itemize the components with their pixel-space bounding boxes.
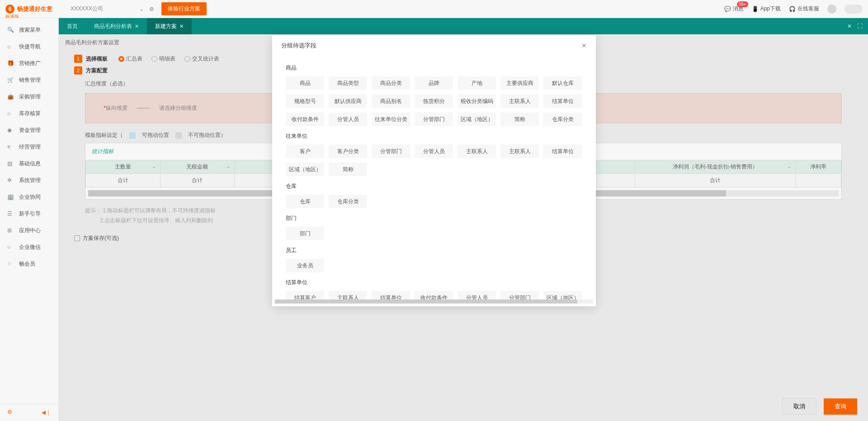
field-chip[interactable]: 税收分类编码 <box>458 94 496 108</box>
close-icon[interactable]: ✕ <box>581 42 587 49</box>
field-chip[interactable]: 简称 <box>329 163 367 176</box>
field-chip[interactable]: 区域（地区） <box>458 112 496 126</box>
field-chip[interactable]: 结算客户 <box>286 291 324 299</box>
field-chip[interactable]: 主联系人 <box>500 145 539 158</box>
field-chips: 客户客户分类分管部门分管人员主联系人主联系人结算单位区域（地区）简称 <box>286 145 587 176</box>
field-chip[interactable]: 往来单位分类 <box>372 112 410 126</box>
modal-header: 分组待选字段 ✕ <box>272 35 596 56</box>
field-group-title: 往来单位 <box>286 132 587 140</box>
field-chip[interactable]: 区域（地区） <box>543 291 582 299</box>
field-chip[interactable]: 商品类型 <box>329 76 367 90</box>
field-chip[interactable]: 商品分类 <box>372 76 410 90</box>
field-chip[interactable]: 结算单位 <box>543 94 582 108</box>
field-chip[interactable]: 主联系人 <box>500 94 539 108</box>
field-chip[interactable]: 简称 <box>500 112 539 126</box>
field-chip[interactable]: 分管部门 <box>415 112 453 126</box>
field-chip[interactable]: 业务员 <box>286 259 324 272</box>
field-group-title: 商品 <box>286 64 587 72</box>
field-chip[interactable]: 商品 <box>286 76 324 90</box>
field-chip[interactable]: 客户分类 <box>329 145 367 158</box>
field-chip[interactable]: 分管人员 <box>329 112 367 126</box>
field-chips: 仓库仓库分类 <box>286 195 587 208</box>
field-chip[interactable]: 仓库分类 <box>329 195 367 208</box>
field-chip[interactable]: 收付款条件 <box>415 291 453 299</box>
field-chip[interactable]: 分管人员 <box>458 291 496 299</box>
field-chip[interactable]: 收付款条件 <box>286 112 324 126</box>
field-chip[interactable]: 结算单位 <box>543 145 582 158</box>
field-chip[interactable]: 分管部门 <box>372 145 410 158</box>
field-chip[interactable]: 默认仓库 <box>543 76 582 90</box>
field-chips: 部门 <box>286 227 587 240</box>
field-group-title: 仓库 <box>286 182 587 190</box>
field-chip[interactable]: 部门 <box>286 227 324 240</box>
modal-title: 分组待选字段 <box>281 42 316 50</box>
field-selector-modal: 分组待选字段 ✕ 商品商品商品类型商品分类品牌产地主要供应商默认仓库规格型号默认… <box>272 35 596 306</box>
modal-horizontal-scrollbar[interactable] <box>275 299 593 304</box>
field-group-title: 员工 <box>286 247 587 254</box>
field-chip[interactable]: 主要供应商 <box>500 76 539 90</box>
field-chip[interactable]: 默认供应商 <box>329 94 367 108</box>
field-chips: 业务员 <box>286 259 587 272</box>
field-group-title: 部门 <box>286 215 587 222</box>
field-chip[interactable]: 区域（地区） <box>286 163 324 176</box>
field-chip[interactable]: 分管人员 <box>415 145 453 158</box>
field-chip[interactable]: 分管部门 <box>500 291 539 299</box>
field-chip[interactable]: 结算单位 <box>372 291 410 299</box>
field-chip[interactable]: 产地 <box>458 76 496 90</box>
field-chip[interactable]: 商品别名 <box>372 94 410 108</box>
field-chip[interactable]: 拣货积分 <box>415 94 453 108</box>
field-chip[interactable]: 客户 <box>286 145 324 158</box>
field-chip[interactable]: 仓库分类 <box>543 112 582 126</box>
field-group-title: 结算单位 <box>286 279 587 286</box>
field-chip[interactable]: 品牌 <box>415 76 453 90</box>
field-chips: 结算客户主联系人结算单位收付款条件分管人员分管部门区域（地区）简称 <box>286 291 587 299</box>
field-chip[interactable]: 仓库 <box>286 195 324 208</box>
field-chips: 商品商品类型商品分类品牌产地主要供应商默认仓库规格型号默认供应商商品别名拣货积分… <box>286 76 587 126</box>
modal-body: 商品商品商品类型商品分类品牌产地主要供应商默认仓库规格型号默认供应商商品别名拣货… <box>272 56 596 299</box>
field-chip[interactable]: 规格型号 <box>286 94 324 108</box>
field-chip[interactable]: 主联系人 <box>458 145 496 158</box>
field-chip[interactable]: 主联系人 <box>329 291 367 299</box>
